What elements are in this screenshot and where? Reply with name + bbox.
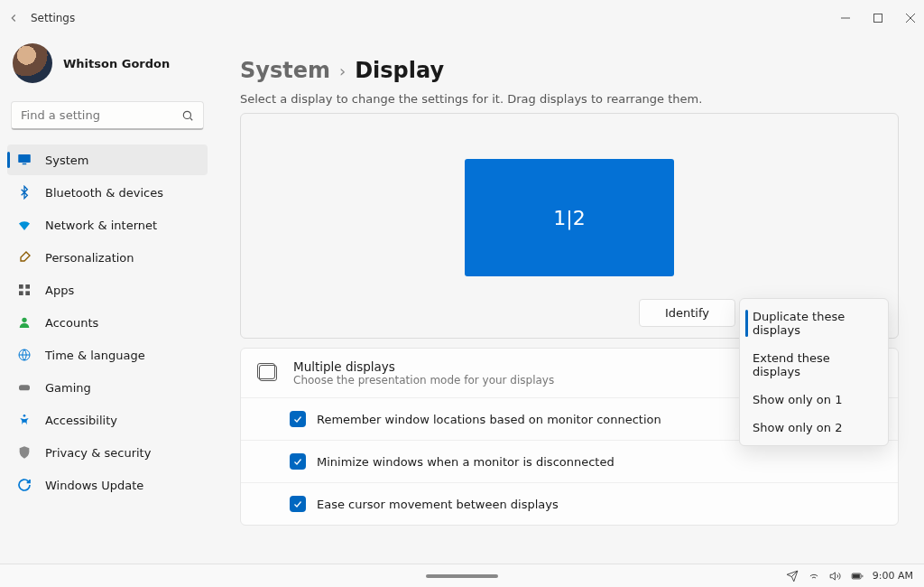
sidebar-item-label: Personalization	[45, 251, 134, 265]
sidebar-item-accounts[interactable]: Accounts	[7, 307, 208, 338]
taskbar-handle	[426, 574, 498, 578]
volume-icon[interactable]	[829, 570, 842, 582]
multiple-displays-title: Multiple displays	[293, 359, 554, 374]
brush-icon	[16, 249, 32, 266]
displays-icon	[259, 365, 277, 381]
svg-point-12	[22, 318, 26, 322]
update-icon	[16, 477, 32, 493]
nav-list: SystemBluetooth & devicesNetwork & inter…	[7, 144, 208, 500]
sidebar-item-label: Bluetooth & devices	[45, 186, 163, 200]
checkbox[interactable]	[290, 453, 306, 470]
sidebar-item-apps[interactable]: Apps	[7, 275, 208, 305]
avatar	[13, 43, 52, 83]
monitor-icon	[16, 152, 32, 168]
send-icon[interactable]	[786, 570, 799, 582]
svg-rect-10	[19, 291, 23, 295]
setting-row[interactable]: Ease cursor movement between displays	[241, 483, 898, 525]
sidebar-item-bluetooth-devices[interactable]: Bluetooth & devices	[7, 177, 208, 208]
breadcrumb-parent[interactable]: System	[240, 58, 330, 83]
sidebar-item-personalization[interactable]: Personalization	[7, 242, 208, 273]
setting-label: Remember window locations based on monit…	[317, 413, 661, 426]
sidebar-item-label: Time & language	[45, 349, 145, 362]
sidebar-item-label: Network & internet	[45, 219, 157, 232]
maximize-button[interactable]	[872, 12, 884, 24]
sidebar-item-gaming[interactable]: Gaming	[7, 372, 208, 403]
person-icon	[16, 314, 32, 331]
checkbox[interactable]	[290, 411, 306, 427]
setting-label: Ease cursor movement between displays	[317, 498, 559, 511]
svg-rect-8	[19, 284, 23, 289]
svg-line-5	[190, 117, 193, 120]
multiple-displays-desc: Choose the presentation mode for your di…	[293, 374, 554, 387]
svg-rect-6	[18, 154, 31, 163]
identify-button[interactable]: Identify	[639, 299, 735, 327]
sidebar-item-label: Accounts	[45, 316, 98, 330]
svg-rect-9	[25, 284, 30, 289]
profile-header[interactable]: Whitson Gordon	[7, 36, 208, 101]
breadcrumb: System › Display	[240, 58, 899, 83]
gamepad-icon	[16, 379, 32, 396]
sidebar-item-label: Accessibility	[45, 414, 117, 427]
sidebar-item-system[interactable]: System	[7, 144, 208, 175]
svg-point-4	[183, 111, 190, 118]
checkbox[interactable]	[290, 496, 306, 512]
bluetooth-icon	[16, 184, 32, 200]
setting-row[interactable]: Minimize windows when a monitor is disco…	[241, 441, 898, 483]
battery-icon[interactable]	[851, 570, 864, 582]
taskbar-time[interactable]: 9:00 AM	[873, 570, 913, 582]
sidebar-item-privacy-security[interactable]: Privacy & security	[7, 437, 208, 468]
display-mode-option[interactable]: Extend these displays	[744, 344, 884, 386]
svg-rect-1	[874, 14, 882, 23]
sidebar-item-label: Privacy & security	[45, 446, 151, 460]
globe-icon	[16, 347, 32, 363]
shield-icon	[16, 444, 32, 461]
display-mode-option[interactable]: Show only on 1	[744, 386, 884, 414]
back-icon[interactable]	[7, 12, 20, 24]
sidebar-item-time-language[interactable]: Time & language	[7, 340, 208, 370]
profile-name: Whitson Gordon	[63, 57, 170, 70]
svg-rect-7	[23, 163, 27, 165]
wifi-icon[interactable]	[808, 570, 820, 582]
accessibility-icon	[16, 412, 32, 428]
svg-point-15	[23, 415, 26, 417]
display-arrangement-area[interactable]: 1|2 Identify Duplicate these displaysExt…	[240, 113, 899, 339]
sidebar: Whitson Gordon SystemBluetooth & devices…	[0, 36, 215, 564]
search-field[interactable]	[21, 108, 174, 122]
sidebar-item-label: Windows Update	[45, 479, 143, 492]
search-icon	[181, 109, 194, 122]
sidebar-item-windows-update[interactable]: Windows Update	[7, 470, 208, 500]
apps-icon	[16, 282, 32, 298]
sidebar-item-label: Gaming	[45, 381, 91, 395]
monitor-tile[interactable]: 1|2	[465, 159, 674, 276]
svg-rect-14	[19, 385, 30, 390]
helper-text: Select a display to change the settings …	[240, 92, 899, 106]
sidebar-item-network-internet[interactable]: Network & internet	[7, 210, 208, 240]
sidebar-item-label: System	[45, 154, 88, 167]
wifi-icon	[16, 217, 32, 233]
taskbar: 9:00 AM	[0, 564, 924, 587]
minimize-button[interactable]	[839, 12, 852, 24]
titlebar: Settings	[0, 0, 924, 36]
display-mode-option[interactable]: Show only on 2	[744, 414, 884, 442]
display-mode-option[interactable]: Duplicate these displays	[744, 303, 884, 344]
svg-rect-17	[853, 574, 859, 578]
close-button[interactable]	[904, 12, 917, 24]
display-mode-dropdown[interactable]: Duplicate these displaysExtend these dis…	[739, 298, 889, 446]
search-input[interactable]	[11, 101, 204, 130]
setting-label: Minimize windows when a monitor is disco…	[317, 455, 614, 469]
monitor-label: 1|2	[553, 207, 585, 229]
chevron-right-icon: ›	[339, 61, 346, 80]
page-title: Display	[355, 58, 444, 83]
sidebar-item-accessibility[interactable]: Accessibility	[7, 405, 208, 435]
window-title: Settings	[31, 12, 75, 24]
sidebar-item-label: Apps	[45, 284, 74, 297]
svg-rect-11	[25, 291, 30, 295]
